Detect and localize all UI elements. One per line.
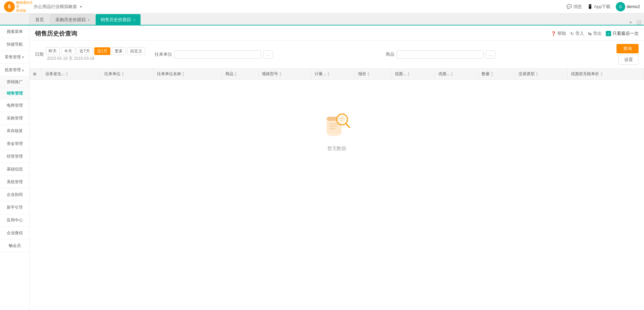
sidebar-item-operations[interactable]: 经营管理 <box>0 150 29 163</box>
date-filter-group: 日期 昨天 今天 近7天 近1月 更多 自定义 2023-02-18 至 202… <box>35 47 145 61</box>
wholesale-arrow-icon: ▲ <box>21 68 25 72</box>
col-settings: ⚙ <box>30 68 42 80</box>
date-btn-1month[interactable]: 近1月 <box>94 47 111 55</box>
sidebar-item-purchase[interactable]: 采购管理 <box>0 112 29 125</box>
col-tx-type: 交易类型 ▲▼ <box>515 68 568 80</box>
export-icon: ↹ <box>588 31 592 36</box>
sidebar-item-basic-info[interactable]: 基础信息 <box>0 163 29 176</box>
data-table: ⚙ 业务发生... ▲▼ 往来单位 ▲▼ <box>30 68 644 80</box>
col-spec: 规格型号 ▲▼ <box>259 68 311 80</box>
filter-settings-btn[interactable]: 设置 <box>619 55 639 65</box>
col-goods: 商品 ▲▼ <box>222 68 259 80</box>
search-btn[interactable]: 查询 <box>616 44 639 53</box>
sort-goods-icon: ▲▼ <box>234 71 237 77</box>
table-settings-icon[interactable]: ⚙ <box>33 72 37 76</box>
filter-bar: 日期 昨天 今天 近7天 近1月 更多 自定义 2023-02-18 至 202… <box>30 41 644 68</box>
goods-input[interactable] <box>396 50 484 59</box>
user-name: demo2 <box>627 4 640 9</box>
tab-purchase-history[interactable]: 采购历史价跟踪 × <box>50 14 95 25</box>
sidebar-item-marketing[interactable]: 营销推广 <box>0 76 29 88</box>
import-btn[interactable]: ↻ 导入 <box>570 31 584 37</box>
goods-ellipsis-btn[interactable]: ... <box>486 50 495 59</box>
partner-filter-label: 往来单位 <box>155 51 172 57</box>
sidebar-item-guide[interactable]: 新手引导 <box>0 201 29 214</box>
search-menu-label: 搜索菜单 <box>7 29 23 35</box>
message-btn[interactable]: 💬 消息 <box>567 4 582 10</box>
app-title-area: 办公用品行业模拟账套 ▼ <box>34 4 567 10</box>
table-header: ⚙ 业务发生... ▲▼ 往来单位 ▲▼ <box>30 68 644 80</box>
date-btn-yesterday[interactable]: 昨天 <box>46 47 60 55</box>
sort-discount2-icon: ▲▼ <box>451 71 453 77</box>
import-icon: ↻ <box>570 31 574 36</box>
only-last-checkbox[interactable]: ✓ 只看最后一次 <box>606 31 639 37</box>
window-maximize-btn[interactable]: ⬜ <box>636 19 641 25</box>
app-download-btn[interactable]: 📱 App下载 <box>587 4 610 10</box>
tab-sales-history[interactable]: 销售历史价跟踪 × <box>96 14 140 25</box>
export-btn[interactable]: ↹ 导出 <box>588 31 602 37</box>
sort-price-icon: ▲▼ <box>367 71 370 77</box>
sidebar-item-ecommerce[interactable]: 电商管理 <box>0 99 29 112</box>
help-icon: ❓ <box>551 31 556 36</box>
col-price: 报价 ▲▼ <box>355 68 391 80</box>
sort-spec-icon: ▲▼ <box>279 71 282 77</box>
avatar: D <box>616 2 625 11</box>
svg-rect-3 <box>329 123 339 124</box>
sidebar-item-member[interactable]: 畅会员 <box>0 240 29 252</box>
sidebar-item-system[interactable]: 系统管理 <box>0 176 29 189</box>
sidebar-item-app-center[interactable]: 应用中心 <box>0 214 29 227</box>
app-title[interactable]: 办公用品行业模拟账套 <box>34 4 77 10</box>
sidebar-item-shortcut[interactable]: 快捷导航 <box>0 38 29 51</box>
message-icon: 💬 <box>567 4 572 9</box>
sidebar-item-finance[interactable]: 资金管理 <box>0 138 29 150</box>
shortcut-nav-label: 快捷导航 <box>7 42 23 47</box>
sidebar-item-sales[interactable]: 销售管理 <box>0 88 29 99</box>
date-btn-custom[interactable]: 自定义 <box>127 47 145 55</box>
window-close-btn[interactable]: × <box>628 19 633 25</box>
help-btn[interactable]: ❓ 帮助 <box>551 31 566 37</box>
col-discount2: 优惠... ▲▼ <box>435 68 478 80</box>
user-area[interactable]: D demo2 <box>616 2 640 11</box>
col-unit: 计量... ▲▼ <box>311 68 355 80</box>
tab-sales-close-icon[interactable]: × <box>133 18 135 22</box>
logo-icon: 6 <box>4 1 15 12</box>
sort-discount1-icon: ▲▼ <box>407 71 410 77</box>
partner-filter-group: 往来单位 ... <box>155 50 383 59</box>
col-partner-name: 往来单位名称 ▲▼ <box>153 68 222 80</box>
sort-tx-type-icon: ▲▼ <box>536 71 538 77</box>
empty-state: 暂无数据 <box>30 80 644 178</box>
tab-bar: 首页 采购历史价跟踪 × 销售历史价跟踪 × × ⬜ <box>0 13 644 25</box>
page-header: 销售历史价查询 ❓ 帮助 ↻ 导入 ↹ 导出 ✓ 只看最后一次 <box>30 25 644 41</box>
tab-home[interactable]: 首页 <box>30 14 50 25</box>
top-header: 6 畅捷通好生意 标准版 办公用品行业模拟账套 ▼ 💬 消息 📱 App下载 D… <box>0 0 644 13</box>
sidebar-item-search[interactable]: 搜索菜单 <box>0 25 29 38</box>
empty-text: 暂无数据 <box>327 146 346 152</box>
header-right: 💬 消息 📱 App下载 D demo2 <box>567 2 640 11</box>
sidebar-item-wechat[interactable]: 企业微信 <box>0 227 29 240</box>
sort-notax-price-icon: ▲▼ <box>600 71 603 77</box>
sort-partner-name-icon: ▲▼ <box>182 71 185 77</box>
date-btn-more[interactable]: 更多 <box>112 47 126 55</box>
sort-unit-icon: ▲▼ <box>327 71 330 77</box>
content-area: 销售历史价查询 ❓ 帮助 ↻ 导入 ↹ 导出 ✓ 只看最后一次 <box>30 25 644 310</box>
tab-purchase-close-icon[interactable]: × <box>88 18 90 22</box>
sidebar-item-retail[interactable]: 零售管理 ▼ <box>0 51 29 64</box>
date-btn-today[interactable]: 今天 <box>61 47 75 55</box>
sidebar-item-enterprise[interactable]: 企业协同 <box>0 189 29 201</box>
sort-partner-code-icon: ▲▼ <box>121 71 124 77</box>
date-range-text: 2023-02-18 至 2023-03-18 <box>47 56 145 61</box>
date-filter-controls: 昨天 今天 近7天 近1月 更多 自定义 2023-02-18 至 2023-0… <box>46 47 145 61</box>
sort-quantity-icon: ▲▼ <box>491 71 493 77</box>
checkbox-checked-icon: ✓ <box>606 31 611 36</box>
col-notax-price: 优惠前无税单价 ▲▼ <box>568 68 644 80</box>
col-quantity: 数量 ▲▼ <box>478 68 515 80</box>
partner-ellipsis-btn[interactable]: ... <box>263 50 273 59</box>
date-btn-7days[interactable]: 近7天 <box>76 47 93 55</box>
page-actions: ❓ 帮助 ↻ 导入 ↹ 导出 ✓ 只看最后一次 <box>551 31 639 37</box>
sidebar-item-wholesale[interactable]: 批发管理 ▲ <box>0 64 29 76</box>
sidebar-item-inventory[interactable]: 库存核算 <box>0 125 29 138</box>
sidebar: 搜索菜单 快捷导航 零售管理 ▼ 批发管理 ▲ 营销推广 销售管理 电商管理 采… <box>0 25 30 310</box>
svg-line-8 <box>346 123 350 127</box>
app-title-dropdown-icon[interactable]: ▼ <box>79 5 83 9</box>
partner-input[interactable] <box>174 50 261 59</box>
col-biz-date: 业务发生... ▲▼ <box>42 68 101 80</box>
